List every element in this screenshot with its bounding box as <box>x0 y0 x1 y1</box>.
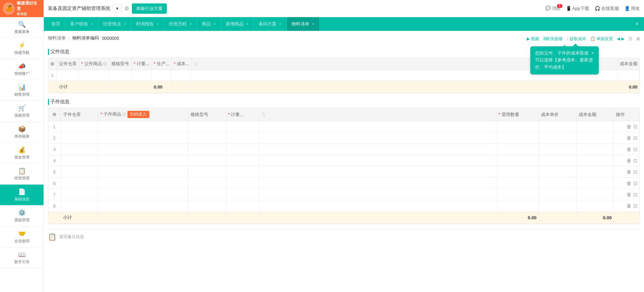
sidebar-item-finance[interactable]: 💰 资金管理 <box>0 143 44 164</box>
child-th-settings[interactable]: ⚙ <box>48 108 61 121</box>
child-qty-needed-3[interactable] <box>496 144 538 155</box>
tab-close-customers[interactable]: × <box>91 22 93 26</box>
child-qty-needed-1[interactable] <box>496 121 538 132</box>
child-unit-cost-7[interactable] <box>539 189 577 200</box>
child-unit-cost-5[interactable] <box>539 166 577 178</box>
child-unit-7[interactable] <box>226 189 260 200</box>
system-dropdown[interactable]: ▾ <box>113 4 122 13</box>
tab-profit[interactable]: 利润报告 × <box>131 17 164 31</box>
child-warehouse-5[interactable] <box>61 166 98 178</box>
child-spec-5[interactable] <box>188 166 226 178</box>
sidebar-item-sales[interactable]: 📊 销售管理 <box>0 80 44 101</box>
tab-close-operations[interactable]: × <box>124 22 126 26</box>
child-spec-2[interactable] <box>188 132 226 144</box>
add-record-label[interactable]: 填写备注信息 <box>59 234 84 240</box>
tab-operations-nav[interactable]: 经营情况 × <box>98 17 131 31</box>
delete-icon-4[interactable]: 🗑 <box>627 158 631 163</box>
next-arrow[interactable]: ▶ <box>621 36 624 41</box>
message-icon[interactable]: 💬 6 消息 <box>545 5 560 11</box>
single-settings-button[interactable]: 📋 单据设置 <box>590 36 613 42</box>
parent-cost-1[interactable] <box>172 70 192 81</box>
child-unit-2[interactable] <box>226 132 260 144</box>
child-qty-needed-8[interactable] <box>496 200 538 212</box>
parent-warehouse-1[interactable] <box>57 70 79 81</box>
delete-icon-3[interactable]: 🗑 <box>627 147 631 152</box>
tab-home[interactable]: 首页 <box>47 17 65 31</box>
child-unit-cost-3[interactable] <box>539 144 577 155</box>
tab-close-bom[interactable]: × <box>312 22 314 26</box>
child-warehouse-8[interactable] <box>61 200 98 212</box>
sidebar-item-search[interactable]: 🔍 搜索菜单 <box>0 17 44 38</box>
child-unit-6[interactable] <box>226 178 260 189</box>
child-product-6[interactable] <box>98 178 188 189</box>
parent-unit-1[interactable] <box>132 70 152 81</box>
extract-cost-button[interactable]: ↓ 提取成本 <box>567 36 586 42</box>
copy-icon-7[interactable]: ⊡ <box>633 192 637 197</box>
child-product-8[interactable] <box>98 200 188 212</box>
child-qty-needed-7[interactable] <box>496 189 538 200</box>
shortcut-button[interactable]: ⌨ 快捷键 <box>543 36 562 42</box>
copy-icon-4[interactable]: ⊡ <box>633 158 637 163</box>
breadcrumb-list[interactable]: 物料清单 <box>48 35 66 41</box>
tab-close-products[interactable]: × <box>213 22 216 26</box>
copy-icon-6[interactable]: ⊡ <box>633 180 637 186</box>
try-button[interactable]: 体验行业方案 <box>132 3 167 14</box>
video-button[interactable]: ▶ 视频 <box>527 36 539 42</box>
parent-spec-1[interactable] <box>109 70 132 81</box>
child-product-4[interactable] <box>98 155 188 166</box>
expand-icon[interactable]: ⊞ <box>636 36 640 41</box>
sidebar-item-system[interactable]: ⚙️ 系统管理 <box>0 206 44 226</box>
parent-product-1[interactable] <box>79 70 109 81</box>
child-unit-cost-8[interactable] <box>539 200 577 212</box>
copy-icon-2[interactable]: ⊡ <box>633 135 637 141</box>
child-warehouse-4[interactable] <box>61 155 98 166</box>
tab-customers[interactable]: 客户联络 × <box>65 17 98 31</box>
child-warehouse-1[interactable] <box>61 121 98 132</box>
child-product-2[interactable] <box>98 132 188 144</box>
parent-th-settings[interactable]: ⚙ <box>48 58 57 70</box>
list-view-icon[interactable]: ☰ <box>629 36 632 41</box>
child-unit-cost-1[interactable] <box>539 121 577 132</box>
child-warehouse-3[interactable] <box>61 144 98 155</box>
delete-icon-1[interactable]: 🗑 <box>627 124 631 129</box>
sidebar-item-marketing[interactable]: 📣 营销推广 <box>0 59 44 80</box>
tab-close-history[interactable]: × <box>189 22 192 26</box>
child-unit-4[interactable] <box>226 155 260 166</box>
add-record-icon[interactable]: 📋 <box>48 233 57 241</box>
tab-barcode[interactable]: 条码方案 × <box>254 17 287 31</box>
tab-history[interactable]: 经营历程 × <box>164 17 197 31</box>
tab-close-profit[interactable]: × <box>157 22 159 26</box>
delete-icon-5[interactable]: 🗑 <box>627 169 631 175</box>
child-qty-needed-4[interactable] <box>496 155 538 166</box>
child-spec-1[interactable] <box>188 121 226 132</box>
child-product-7[interactable] <box>98 189 188 200</box>
tab-close-new-products[interactable]: × <box>246 22 249 26</box>
sidebar-item-basic-info[interactable]: 📄 基础信息 <box>0 185 44 206</box>
sidebar-item-guide[interactable]: 📖 新手引导 <box>0 247 44 268</box>
scan-button[interactable]: 扫码录入 <box>127 111 149 118</box>
online-service[interactable]: 🎧 在线客服 <box>595 5 619 12</box>
child-warehouse-2[interactable] <box>61 132 98 144</box>
settings-icon[interactable]: ⚙ <box>124 5 129 12</box>
child-product-1[interactable] <box>98 121 188 132</box>
child-spec-8[interactable] <box>188 200 226 212</box>
tab-bom[interactable]: 物料清单 × <box>287 17 320 31</box>
copy-icon-8[interactable]: ⊡ <box>633 203 637 209</box>
parent-production-1[interactable] <box>151 70 172 81</box>
app-download[interactable]: 📱 App下载 <box>566 5 589 12</box>
child-product-5[interactable] <box>98 166 188 178</box>
close-all-tabs[interactable]: × <box>633 21 641 27</box>
child-unit-1[interactable] <box>226 121 260 132</box>
copy-icon-5[interactable]: ⊡ <box>633 169 637 175</box>
tab-close-barcode[interactable]: × <box>279 22 282 26</box>
child-qty-needed-5[interactable] <box>496 166 538 178</box>
copy-icon-3[interactable]: ⊡ <box>633 147 637 152</box>
sidebar-item-quick-nav[interactable]: ⚡ 快捷导航 <box>0 38 44 59</box>
child-unit-cost-6[interactable] <box>539 178 577 189</box>
child-product-3[interactable] <box>98 144 188 155</box>
sidebar-item-purchase[interactable]: 🛒 采购管理 <box>0 101 44 122</box>
child-unit-3[interactable] <box>226 144 260 155</box>
delete-icon-2[interactable]: 🗑 <box>627 135 631 141</box>
child-spec-7[interactable] <box>188 189 226 200</box>
child-unit-5[interactable] <box>226 166 260 178</box>
